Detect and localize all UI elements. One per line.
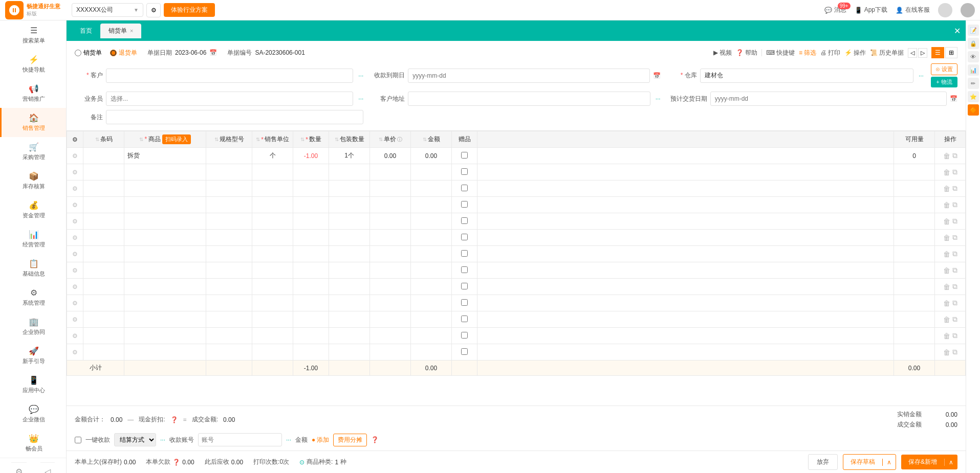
cell-gift-9[interactable]	[452, 295, 477, 311]
cell-unitprice-1[interactable]	[370, 164, 411, 181]
cell-packqty-10[interactable]	[329, 311, 370, 328]
cell-gift-3[interactable]	[452, 197, 477, 213]
cell-barcode-11[interactable]	[83, 328, 124, 344]
row-gear-icon[interactable]: ⚙	[72, 316, 78, 323]
row-gear-icon[interactable]: ⚙	[72, 332, 78, 340]
cell-spec-2[interactable]	[206, 181, 252, 197]
expected-delivery-input[interactable]	[710, 92, 947, 106]
trial-button[interactable]: 体验行业方案	[164, 3, 215, 17]
delivery-cal-icon[interactable]: 📅	[950, 95, 957, 102]
discard-button[interactable]: 放弃	[808, 454, 838, 470]
cell-product-6[interactable]	[124, 246, 206, 262]
sales-radio-input[interactable]	[75, 50, 81, 56]
account-input[interactable]	[198, 433, 282, 446]
cell-unitprice-9[interactable]	[370, 295, 411, 311]
copy-icon-1[interactable]: ⧉	[952, 168, 957, 176]
operate-button[interactable]: ⚡ 操作	[844, 49, 866, 57]
gift-checkbox-8[interactable]	[461, 283, 468, 289]
cell-product-2[interactable]	[124, 181, 206, 197]
scan-button[interactable]: 扫码录入	[162, 134, 191, 144]
cell-unit-1[interactable]	[252, 164, 293, 181]
gift-checkbox-3[interactable]	[461, 201, 468, 208]
delete-icon-8[interactable]: 🗑	[943, 283, 950, 291]
add-button[interactable]: ● 添加	[312, 436, 329, 444]
cell-unitprice-4[interactable]	[370, 213, 411, 230]
cell-amount-11[interactable]	[411, 328, 452, 344]
cell-barcode-3[interactable]	[83, 197, 124, 213]
delete-icon-0[interactable]: 🗑	[943, 152, 950, 160]
cell-barcode-10[interactable]	[83, 311, 124, 328]
rs-lock-button[interactable]: 🔒	[968, 38, 979, 49]
cell-product-5[interactable]	[124, 230, 206, 246]
cell-unitprice-12[interactable]	[370, 344, 411, 361]
history-next-button[interactable]: ▷	[918, 48, 927, 58]
cell-unit-2[interactable]	[252, 181, 293, 197]
cell-spec-1[interactable]	[206, 164, 252, 181]
payment-method-select[interactable]: 结算方式	[114, 433, 156, 446]
cell-unit-7[interactable]	[252, 262, 293, 279]
copy-icon-10[interactable]: ⧉	[952, 315, 957, 324]
fee-help-icon[interactable]: ❓	[371, 436, 379, 443]
cell-product-8[interactable]	[124, 279, 206, 295]
delete-icon-11[interactable]: 🗑	[943, 332, 950, 340]
cell-unit-5[interactable]	[252, 230, 293, 246]
cell-quantity-12[interactable]	[293, 344, 329, 361]
cell-product-4[interactable]	[124, 213, 206, 230]
row-gear-icon[interactable]: ⚙	[72, 169, 78, 176]
row-gear-icon[interactable]: ⚙	[72, 234, 78, 241]
cell-quantity-8[interactable]	[293, 279, 329, 295]
copy-icon-7[interactable]: ⧉	[952, 266, 957, 275]
cell-packqty-3[interactable]	[329, 197, 370, 213]
shortcut-button[interactable]: ⌨ 快捷键	[766, 49, 795, 57]
cell-spec-6[interactable]	[206, 246, 252, 262]
cell-amount-6[interactable]	[411, 246, 452, 262]
warehouse-dots-button[interactable]: ···	[919, 72, 924, 79]
cell-product-1[interactable]	[124, 164, 206, 181]
cell-spec-10[interactable]	[206, 311, 252, 328]
copy-icon-3[interactable]: ⧉	[952, 200, 957, 209]
delete-icon-5[interactable]: 🗑	[943, 234, 950, 242]
cell-packqty-7[interactable]	[329, 262, 370, 279]
copy-icon-0[interactable]: ⧉	[952, 151, 957, 160]
cell-unitprice-3[interactable]	[370, 197, 411, 213]
cell-quantity-1[interactable]	[293, 164, 329, 181]
cell-packqty-9[interactable]	[329, 295, 370, 311]
save-draft-arrow[interactable]: ∧	[882, 459, 896, 466]
sidebar-item-guide[interactable]: 🚀 新手引导	[0, 341, 66, 370]
row-gear-icon[interactable]: ⚙	[72, 300, 78, 307]
cell-amount-4[interactable]	[411, 213, 452, 230]
one-click-checkbox[interactable]	[75, 437, 81, 443]
warehouse-input[interactable]	[700, 69, 913, 83]
cell-spec-4[interactable]	[206, 213, 252, 230]
customer-address-input[interactable]	[408, 92, 650, 106]
cell-product-0[interactable]: 拆货	[124, 148, 206, 164]
history-prev-button[interactable]: ◁	[908, 48, 917, 58]
cell-unitprice-2[interactable]	[370, 181, 411, 197]
tab-sales-order[interactable]: 销货单 ×	[100, 24, 141, 38]
cell-barcode-5[interactable]	[83, 230, 124, 246]
app-download-button[interactable]: 📱 App下载	[855, 6, 887, 14]
cell-product-9[interactable]	[124, 295, 206, 311]
copy-icon-2[interactable]: ⧉	[952, 184, 957, 193]
cell-gift-8[interactable]	[452, 279, 477, 295]
company-select[interactable]: XXXXXX公司 ▼	[72, 3, 143, 17]
customer-dots-button[interactable]: ···	[358, 72, 363, 79]
delete-icon-2[interactable]: 🗑	[943, 185, 950, 193]
gift-checkbox-7[interactable]	[461, 266, 468, 273]
delete-icon-12[interactable]: 🗑	[943, 348, 950, 356]
calendar-icon[interactable]: 📅	[209, 49, 217, 56]
cell-packqty-1[interactable]	[329, 164, 370, 181]
sidebar-item-sales[interactable]: 🏠 销售管理	[0, 108, 66, 137]
cell-unit-10[interactable]	[252, 311, 293, 328]
receivable-cal-icon[interactable]: 📅	[653, 72, 661, 79]
cell-unitprice-0[interactable]: 0.00	[370, 148, 411, 164]
row-gear-icon[interactable]: ⚙	[72, 267, 78, 274]
cell-gift-0[interactable]	[452, 148, 477, 164]
cell-quantity-0[interactable]: -1.00	[293, 148, 329, 164]
cell-unitprice-6[interactable]	[370, 246, 411, 262]
cell-spec-8[interactable]	[206, 279, 252, 295]
sidebar-item-search[interactable]: ☰ 搜索菜单	[0, 20, 66, 50]
cell-packqty-5[interactable]	[329, 230, 370, 246]
cell-amount-2[interactable]	[411, 181, 452, 197]
discount-info-icon[interactable]: ❓	[170, 416, 178, 423]
